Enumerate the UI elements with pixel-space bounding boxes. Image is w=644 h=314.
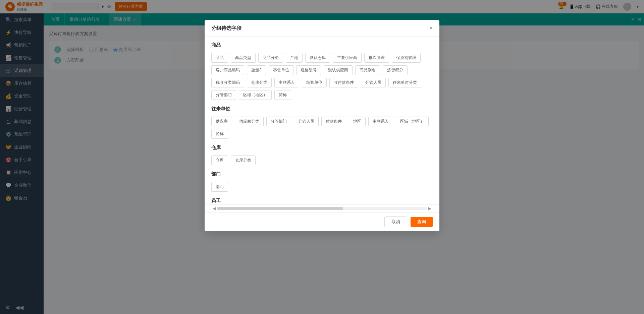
field-tag-0-15[interactable]: 税收分类编码 <box>211 78 244 87</box>
modal-body: 商品商品商品类型商品分类产地默认仓库主要供应商批次管理保质期管理客户商品编码重量… <box>205 37 439 204</box>
field-tag-0-14[interactable]: 炼货积分 <box>383 65 408 75</box>
field-tag-0-12[interactable]: 默认供应商 <box>324 65 353 75</box>
field-group-title-3: 部门 <box>211 171 433 179</box>
field-tags-2: 仓库仓库分类 <box>211 155 433 165</box>
field-tag-1-8[interactable]: 简称 <box>211 129 228 139</box>
field-tag-0-0[interactable]: 商品 <box>211 53 228 63</box>
field-tag-1-7[interactable]: 区域（地区） <box>396 117 429 126</box>
modal-title: 分组待选字段 <box>211 25 241 32</box>
field-tag-1-3[interactable]: 分管人员 <box>294 117 319 126</box>
field-tag-0-9[interactable]: 重量3 <box>247 65 266 75</box>
field-tag-0-3[interactable]: 产地 <box>286 53 303 63</box>
field-tag-0-22[interactable]: 分管部门 <box>211 90 236 100</box>
field-tag-0-10[interactable]: 零售单位 <box>269 65 293 75</box>
hscroll-left-arrow[interactable]: ◀ <box>211 206 217 211</box>
field-tag-0-21[interactable]: 往来单位分类 <box>388 78 421 87</box>
hscroll-right-arrow[interactable]: ▶ <box>427 206 433 211</box>
field-tag-0-7[interactable]: 保质期管理 <box>392 53 421 63</box>
field-tag-1-0[interactable]: 供应商 <box>211 117 232 126</box>
field-tag-1-1[interactable]: 供应商分类 <box>235 117 264 126</box>
field-group-0: 商品商品商品类型商品分类产地默认仓库主要供应商批次管理保质期管理客户商品编码重量… <box>211 42 433 100</box>
field-group-title-2: 仓库 <box>211 145 433 152</box>
modal-hscroll: ◀ ▶ <box>205 204 439 212</box>
modal-header: 分组待选字段 × <box>205 20 439 37</box>
field-tag-0-8[interactable]: 客户商品编码 <box>211 65 244 75</box>
modal-close-button[interactable]: × <box>429 25 433 32</box>
hscroll-bar <box>217 207 427 210</box>
modal-footer: 取消 查询 <box>205 212 439 231</box>
field-group-title-0: 商品 <box>211 42 433 50</box>
field-tag-0-23[interactable]: 区域（地区） <box>239 90 272 100</box>
field-tags-3: 部门 <box>211 182 433 192</box>
field-group-title-1: 往来单位 <box>211 106 433 113</box>
field-group-3: 部门部门 <box>211 171 433 192</box>
hscroll-thumb <box>217 207 343 210</box>
field-tag-1-5[interactable]: 地区 <box>349 117 366 126</box>
field-tag-0-11[interactable]: 规格型号 <box>296 65 321 75</box>
field-tag-0-2[interactable]: 商品分类 <box>258 53 283 63</box>
field-tag-0-5[interactable]: 主要供应商 <box>333 53 362 63</box>
field-group-4: 员工业务员 <box>211 198 433 204</box>
field-tag-0-6[interactable]: 批次管理 <box>364 53 389 63</box>
field-tag-0-1[interactable]: 商品类型 <box>231 53 256 63</box>
cancel-button[interactable]: 取消 <box>384 216 407 227</box>
field-tag-1-4[interactable]: 付款条件 <box>321 117 346 126</box>
field-group-2: 仓库仓库仓库分类 <box>211 145 433 165</box>
field-tag-3-0[interactable]: 部门 <box>211 182 228 192</box>
modal-dialog: 分组待选字段 × 商品商品商品类型商品分类产地默认仓库主要供应商批次管理保质期管… <box>205 20 439 231</box>
field-tag-0-24[interactable]: 简称 <box>274 90 291 100</box>
field-group-1: 往来单位供应商供应商分类分管部门分管人员付款条件地区主联系人区域（地区）简称 <box>211 106 433 139</box>
field-tag-0-19[interactable]: 收付款条件 <box>329 78 358 87</box>
confirm-button[interactable]: 查询 <box>411 217 433 227</box>
field-tag-1-6[interactable]: 主联系人 <box>368 117 393 126</box>
field-tag-0-18[interactable]: 结算单位 <box>302 78 327 87</box>
modal-overlay: 分组待选字段 × 商品商品商品类型商品分类产地默认仓库主要供应商批次管理保质期管… <box>0 0 644 314</box>
field-tag-0-4[interactable]: 默认仓库 <box>305 53 330 63</box>
field-tag-0-16[interactable]: 仓库分类 <box>247 78 272 87</box>
field-tag-2-1[interactable]: 仓库分类 <box>231 155 256 165</box>
field-tags-0: 商品商品类型商品分类产地默认仓库主要供应商批次管理保质期管理客户商品编码重量3零… <box>211 53 433 100</box>
field-tag-0-20[interactable]: 分管人员 <box>361 78 386 87</box>
field-tag-1-2[interactable]: 分管部门 <box>266 117 291 126</box>
field-tags-1: 供应商供应商分类分管部门分管人员付款条件地区主联系人区域（地区）简称 <box>211 117 433 139</box>
field-tag-2-0[interactable]: 仓库 <box>211 155 228 165</box>
field-group-title-4: 员工 <box>211 198 433 204</box>
field-tag-0-13[interactable]: 商品别名 <box>355 65 380 75</box>
field-tag-0-17[interactable]: 主联系人 <box>274 78 299 87</box>
